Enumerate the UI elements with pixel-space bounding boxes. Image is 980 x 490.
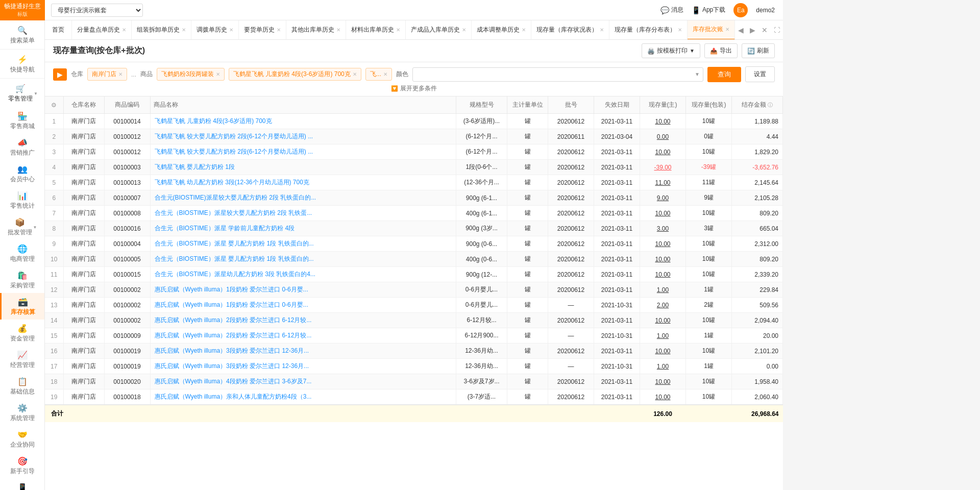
sidebar-item-basic[interactable]: 📋 基础信息	[0, 373, 44, 399]
product-tag-1-remove[interactable]: ✕	[216, 71, 220, 77]
sidebar-item-ecommerce[interactable]: 🌐 电商管理	[0, 240, 44, 266]
warehouse-tag[interactable]: 南岸门店 ✕	[87, 68, 127, 81]
template-print-btn[interactable]: 🖨️ 按模板打印 ▼	[642, 43, 700, 58]
download-btn[interactable]: 📱 App下载	[692, 6, 725, 14]
tab-close-11[interactable]: ✕	[725, 27, 729, 32]
cell-name[interactable]: 合生元(BIOSTIME)派星较大婴儿配方奶粉 2段 乳铁蛋白的...	[150, 190, 456, 206]
cell-name[interactable]: 飞鹤星飞帆 婴儿配方奶粉 1段	[150, 160, 456, 175]
cell-name[interactable]: 合生元（BIOSTIME）派星 学龄前儿童配方奶粉 4段	[150, 221, 456, 236]
tab-disassemble[interactable]: 组装拆卸单历史 ✕	[132, 20, 191, 40]
sidebar-item-search[interactable]: 🔍 搜索菜单	[0, 20, 44, 50]
sidebar-item-retail[interactable]: 🛒 零售管理 ▼	[0, 79, 44, 107]
cell-stock-main[interactable]: 10.00	[640, 252, 686, 267]
settings-icon[interactable]: ⚙	[51, 102, 57, 109]
sidebar-item-nav[interactable]: ⚡ 快捷导航	[0, 50, 44, 79]
export-btn[interactable]: 📤 导出	[704, 43, 738, 58]
tab-prev-btn[interactable]: ◀	[735, 26, 747, 34]
sidebar-item-purchase[interactable]: 🛍️ 采购管理	[0, 266, 44, 293]
tab-close-5[interactable]: ✕	[336, 27, 340, 33]
cell-name[interactable]: 飞鹤星飞帆 儿童奶粉 4段(3-6岁适用) 700克	[150, 114, 456, 129]
col-settings[interactable]: ⚙	[45, 96, 63, 114]
tab-close-6[interactable]: ✕	[396, 27, 400, 33]
tab-stock-dist[interactable]: 现存量（库存分布表） ✕	[609, 20, 688, 40]
sidebar-item-enterprise[interactable]: 🤝 企业协同	[0, 426, 44, 452]
cell-name[interactable]: 惠氏启赋（Wyeth illuma）2段奶粉 爱尔兰进口 6-12月较...	[150, 313, 456, 328]
product-tag-1[interactable]: 飞鹤奶粉3段两罐装 ✕	[157, 68, 225, 81]
product-more-tag[interactable]: 飞... ✕	[365, 68, 392, 81]
cell-name[interactable]: 惠氏启赋（Wyeth illuma）1段奶粉 爱尔兰进口 0-6月婴...	[150, 298, 456, 313]
filter-expand-btn[interactable]: ▶	[53, 68, 67, 81]
sidebar-item-wholesale[interactable]: 📦 批发管理 ▼	[0, 213, 44, 240]
cell-stock-main[interactable]: 1.00	[640, 359, 686, 374]
cell-stock-main[interactable]: 10.00	[640, 389, 686, 405]
sidebar-item-retail-stats[interactable]: 📊 零售统计	[0, 187, 44, 213]
breadcrumb-select[interactable]: 母婴行业演示账套	[51, 4, 143, 17]
sidebar-item-retail-mall[interactable]: 🏪 零售商城	[0, 107, 44, 134]
sidebar-item-app[interactable]: 📱 应用中心	[0, 479, 44, 490]
tab-close-8[interactable]: ✕	[522, 27, 526, 33]
cell-stock-main[interactable]: 10.00	[640, 313, 686, 328]
tab-batch-ledger[interactable]: 库存批次账 ✕	[688, 20, 735, 40]
cell-stock-main[interactable]: 10.00	[640, 206, 686, 221]
tab-close-2[interactable]: ✕	[182, 27, 186, 33]
cell-name[interactable]: 合生元（BIOSTIME）派星幼儿配方奶粉 3段 乳铁蛋白的4...	[150, 267, 456, 282]
product-tag-2[interactable]: 飞鹤星飞帆 儿童奶粉 4段(3-6岁适用) 700克 ✕	[229, 68, 361, 81]
cell-name[interactable]: 飞鹤星飞帆 幼儿配方奶粉 3段(12-36个月幼儿适用) 700克	[150, 175, 456, 190]
tab-other-out[interactable]: 其他出库单历史 ✕	[286, 20, 346, 40]
cell-stock-main[interactable]: 10.00	[640, 344, 686, 359]
color-dropdown[interactable]: ▼	[412, 67, 703, 82]
tab-require[interactable]: 要货单历史 ✕	[239, 20, 286, 40]
sidebar-item-guide[interactable]: 🎯 新手引导	[0, 452, 44, 479]
query-btn[interactable]: 查询	[707, 67, 741, 82]
avatar[interactable]: Ea	[733, 3, 748, 17]
cell-name[interactable]: 惠氏启赋（Wyeth illuma）1段奶粉 爱尔兰进口 0-6月婴...	[150, 282, 456, 298]
cell-stock-main[interactable]: 2.00	[640, 298, 686, 313]
tab-query[interactable]: 调拨单历史 ✕	[191, 20, 239, 40]
cell-stock-main[interactable]: 1.00	[640, 282, 686, 298]
cell-stock-main[interactable]: 3.00	[640, 221, 686, 236]
tab-inventory-split[interactable]: 分量盘点单历史 ✕	[72, 20, 132, 40]
tab-close-10[interactable]: ✕	[678, 27, 682, 33]
product-tag-2-remove[interactable]: ✕	[353, 71, 357, 77]
sidebar-item-warehouse[interactable]: 🗃️ 库存核算	[0, 293, 44, 320]
tab-product-in[interactable]: 产成品入库单历史 ✕	[406, 20, 472, 40]
tab-close-1[interactable]: ✕	[122, 27, 126, 33]
sidebar-item-marketing[interactable]: 📣 营销推广	[0, 134, 44, 160]
sidebar-item-finance[interactable]: 💰 资金管理	[0, 320, 44, 346]
cell-stock-main[interactable]: 9.00	[640, 190, 686, 206]
cell-stock-main[interactable]: 0.00	[640, 129, 686, 144]
cell-name[interactable]: 合生元（BIOSTIME）派星 婴儿配方奶粉 1段 乳铁蛋白的...	[150, 252, 456, 267]
cell-name[interactable]: 惠氏启赋（Wyeth illuma）4段奶粉 爱尔兰进口 3-6岁及7...	[150, 374, 456, 389]
cell-name[interactable]: 惠氏启赋（Wyeth illuma）亲和人体儿童配方奶粉4段（3...	[150, 389, 456, 405]
tab-home[interactable]: 首页	[45, 20, 72, 40]
cell-name[interactable]: 飞鹤星飞帆 较大婴儿配方奶粉 2段(6-12个月婴幼儿适用) ...	[150, 129, 456, 144]
cell-stock-main[interactable]: 10.00	[640, 114, 686, 129]
cell-stock-main[interactable]: -39.00	[640, 160, 686, 175]
cell-name[interactable]: 合生元（BIOSTIME）派星较大婴儿配方奶粉 2段 乳铁蛋...	[150, 206, 456, 221]
sidebar-item-system[interactable]: ⚙️ 系统管理	[0, 399, 44, 426]
username[interactable]: demo2	[756, 7, 775, 14]
tab-next-btn[interactable]: ▶	[747, 26, 758, 34]
tab-close-7[interactable]: ✕	[462, 27, 466, 33]
expand-more-btn[interactable]: 🔽 展开更多条件	[391, 84, 437, 93]
warehouse-tag-remove[interactable]: ✕	[118, 71, 122, 77]
cell-stock-main[interactable]: 1.00	[640, 328, 686, 344]
cell-stock-main[interactable]: 10.00	[640, 267, 686, 282]
tab-close-3[interactable]: ✕	[229, 27, 233, 33]
tab-material-out[interactable]: 材料出库单历史 ✕	[346, 20, 406, 40]
cell-stock-main[interactable]: 10.00	[640, 144, 686, 160]
tab-close-btn[interactable]: ✕	[758, 26, 771, 34]
cell-name[interactable]: 惠氏启赋（Wyeth illuma）3段奶粉 爱尔兰进口 12-36月...	[150, 359, 456, 374]
cell-name[interactable]: 惠氏启赋（Wyeth illuma）2段奶粉 爱尔兰进口 6-12月较...	[150, 328, 456, 344]
tab-close-4[interactable]: ✕	[277, 27, 281, 33]
cell-name[interactable]: 飞鹤星飞帆 较大婴儿配方奶粉 2段(6-12个月婴幼儿适用) ...	[150, 144, 456, 160]
tab-maximize-btn[interactable]: ⛶	[771, 27, 783, 34]
sidebar-item-member[interactable]: 👥 会员中心	[0, 160, 44, 187]
tab-stock-status[interactable]: 现存量（库存状况表） ✕	[531, 20, 609, 40]
sidebar-item-operations[interactable]: 📈 经营管理	[0, 346, 44, 373]
cell-name[interactable]: 合生元（BIOSTIME）派星 婴儿配方奶粉 1段 乳铁蛋白的...	[150, 236, 456, 252]
refresh-btn[interactable]: 🔄 刷新	[742, 43, 775, 58]
tab-cost-adjust[interactable]: 成本调整单历史 ✕	[472, 20, 531, 40]
cell-stock-main[interactable]: 10.00	[640, 374, 686, 389]
product-more-remove[interactable]: ✕	[383, 71, 387, 77]
